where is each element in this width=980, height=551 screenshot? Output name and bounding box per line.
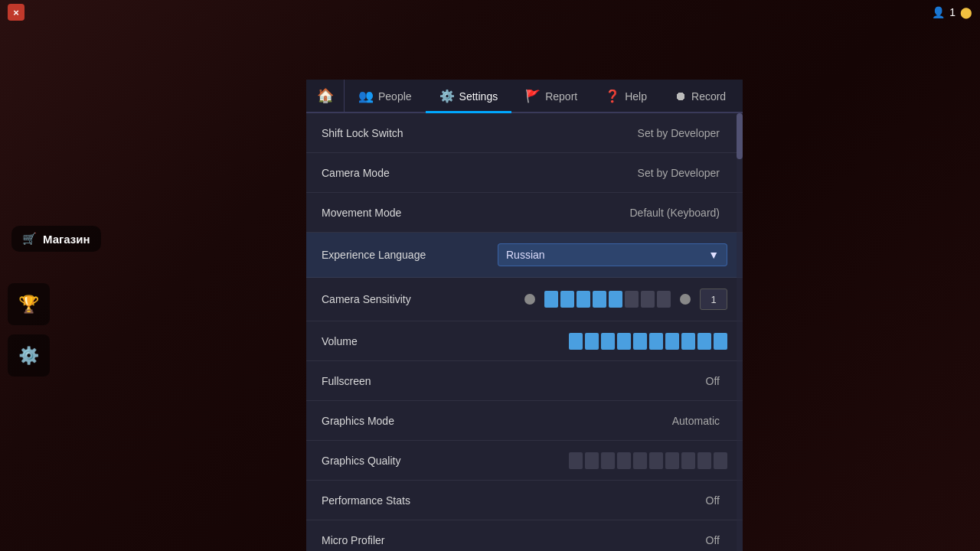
setting-fullscreen: Fullscreen Off <box>306 361 743 401</box>
bar-7 <box>641 291 655 308</box>
gq-6 <box>649 452 663 469</box>
gq-9 <box>697 452 711 469</box>
tab-bar: 🏠 👥 People ⚙️ Settings 🚩 Report ❓ Help ⏺… <box>306 80 743 113</box>
language-value: Russian <box>506 249 545 261</box>
settings-scroll-area: Shift Lock Switch Set by Developer Camer… <box>306 113 743 551</box>
settings-icon: ⚙️ <box>439 89 455 103</box>
store-label: Магазин <box>43 233 90 246</box>
tab-record[interactable]: ⏺ Record <box>661 81 740 113</box>
home-icon: 🏠 <box>317 87 334 104</box>
bar-3 <box>577 291 590 308</box>
player-count: 1 <box>949 6 956 18</box>
scrollbar-thumb[interactable] <box>737 113 743 159</box>
setting-camera-sensitivity: Camera Sensitivity 1 <box>306 278 743 321</box>
tab-people-label: People <box>378 90 412 103</box>
vol-7 <box>665 333 679 350</box>
graphics-quality-slider[interactable] <box>490 452 727 469</box>
bar-4 <box>593 291 606 308</box>
gear-icon[interactable]: ⚙️ <box>8 334 50 377</box>
gq-4 <box>617 452 631 469</box>
performance-stats-label: Performance Stats <box>322 494 490 507</box>
setting-shift-lock: Shift Lock Switch Set by Developer <box>306 113 743 153</box>
gq-8 <box>681 452 695 469</box>
bar-1 <box>544 291 558 308</box>
vol-10 <box>714 333 727 350</box>
graphics-mode-value: Automatic <box>490 415 727 427</box>
tab-report[interactable]: 🚩 Report <box>511 81 591 113</box>
performance-stats-value: Off <box>490 494 727 507</box>
tab-report-label: Report <box>545 90 577 103</box>
tab-home[interactable]: 🏠 <box>306 80 345 112</box>
camera-mode-label: Camera Mode <box>322 167 490 179</box>
scrollbar-track[interactable] <box>737 113 743 551</box>
slider-dot-end <box>680 294 691 305</box>
vol-2 <box>585 333 599 350</box>
setting-experience-language: Experience Language Russian ▼ <box>306 233 743 278</box>
sensitivity-value: 1 <box>700 289 727 310</box>
gq-7 <box>665 452 679 469</box>
settings-content: Shift Lock Switch Set by Developer Camer… <box>306 113 743 551</box>
setting-graphics-mode: Graphics Mode Automatic <box>306 401 743 441</box>
experience-language-label: Experience Language <box>322 249 490 261</box>
vol-5 <box>633 333 647 350</box>
fullscreen-label: Fullscreen <box>322 375 490 387</box>
setting-movement-mode: Movement Mode Default (Keyboard) <box>306 193 743 233</box>
graphics-mode-label: Graphics Mode <box>322 415 490 427</box>
setting-volume: Volume <box>306 321 743 361</box>
vol-1 <box>569 333 583 350</box>
vol-8 <box>681 333 695 350</box>
volume-label: Volume <box>322 335 490 347</box>
gq-2 <box>585 452 599 469</box>
help-icon: ❓ <box>605 89 620 103</box>
vol-9 <box>697 333 711 350</box>
language-dropdown[interactable]: Russian ▼ <box>498 243 727 266</box>
slider-dot <box>524 294 535 305</box>
gq-3 <box>601 452 615 469</box>
store-icon: 🛒 <box>22 232 37 246</box>
movement-mode-value: Default (Keyboard) <box>490 207 727 219</box>
vol-6 <box>649 333 663 350</box>
shift-lock-label: Shift Lock Switch <box>322 127 490 139</box>
shift-lock-value: Set by Developer <box>490 127 727 139</box>
player-icon: 👤 <box>932 6 945 18</box>
tab-settings-label: Settings <box>459 90 498 103</box>
setting-performance-stats: Performance Stats Off <box>306 481 743 520</box>
top-right-area: 👤 1 ⬤ <box>932 6 972 18</box>
tab-people[interactable]: 👥 People <box>345 81 426 113</box>
gq-5 <box>633 452 647 469</box>
camera-sensitivity-label: Camera Sensitivity <box>322 293 490 305</box>
record-icon: ⏺ <box>675 90 687 103</box>
gq-1 <box>569 452 583 469</box>
bar-6 <box>625 291 639 308</box>
settings-modal: 🏠 👥 People ⚙️ Settings 🚩 Report ❓ Help ⏺… <box>306 80 743 551</box>
dropdown-arrow-icon: ▼ <box>708 249 719 261</box>
micro-profiler-value: Off <box>490 534 727 546</box>
setting-micro-profiler: Micro Profiler Off <box>306 520 743 551</box>
sensitivity-slider[interactable]: 1 <box>490 289 727 310</box>
fullscreen-value: Off <box>490 375 727 387</box>
bar-8 <box>657 291 671 308</box>
setting-graphics-quality: Graphics Quality <box>306 441 743 481</box>
gq-10 <box>714 452 727 469</box>
close-button[interactable]: × <box>8 4 24 21</box>
people-icon: 👥 <box>358 89 374 103</box>
left-sidebar: 🏆 ⚙️ <box>8 283 50 377</box>
bar-5 <box>609 291 622 308</box>
graphics-quality-label: Graphics Quality <box>322 455 490 467</box>
bar-2 <box>560 291 574 308</box>
store-button[interactable]: 🛒 Магазин <box>11 226 101 252</box>
camera-mode-value: Set by Developer <box>490 167 727 179</box>
vol-4 <box>617 333 631 350</box>
tab-settings[interactable]: ⚙️ Settings <box>426 81 512 113</box>
micro-profiler-label: Micro Profiler <box>322 534 490 546</box>
sensitivity-bars <box>544 291 671 308</box>
tab-help[interactable]: ❓ Help <box>591 81 661 113</box>
tab-help-label: Help <box>625 90 647 103</box>
tab-record-label: Record <box>691 90 726 103</box>
vol-3 <box>601 333 615 350</box>
currency-icon: ⬤ <box>960 6 972 18</box>
trophy-icon[interactable]: 🏆 <box>8 283 50 325</box>
report-icon: 🚩 <box>525 89 541 103</box>
setting-camera-mode: Camera Mode Set by Developer <box>306 153 743 193</box>
volume-slider[interactable] <box>490 333 727 350</box>
